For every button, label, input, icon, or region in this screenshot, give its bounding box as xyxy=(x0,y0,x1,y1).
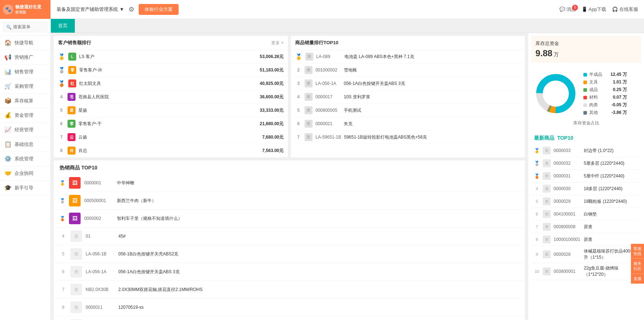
nav-icon-7: 📋 xyxy=(4,141,12,148)
product-rank-item: 5 图 000800005 手机测试 xyxy=(291,104,525,117)
inventory-footer: 库存资金占比 xyxy=(531,119,641,128)
rank-customer-name: 零售客户-于 xyxy=(78,121,257,127)
legend-value: 0.07 万 xyxy=(613,94,627,100)
float-btn-2[interactable]: 直播 xyxy=(631,274,644,284)
new-product-name: 原查 xyxy=(584,224,638,230)
topbar: 装备及固定资产辅助管理系统 ▼ ⚙ 体验行业方案 💬 消息 6 📱 App下载 … xyxy=(51,0,644,19)
customer-rank-item: 🥉 红 红太阳文具 40,925.00元 xyxy=(54,77,288,90)
rank-avatar: 零 xyxy=(68,66,76,74)
product-rank-item: 3 图 LA-056-1A 056-1A白色按键开关盖ABS 3克 xyxy=(291,77,525,90)
search-menu-button[interactable]: 🔍 搜索菜单 xyxy=(3,22,48,32)
nav-label-9: 企业协同 xyxy=(15,170,33,177)
rank-customer-name: 星扬 xyxy=(78,107,257,114)
new-product-item: 5 图 0000029 18颗粒板 (1220*2440) xyxy=(531,195,641,208)
new-product-item: 🥈 图 0000032 5厘多层 (1220*2440) xyxy=(531,157,641,170)
product-name: 056-1A白色按键开关盖ABS 3克 xyxy=(344,81,521,87)
nav-icon-1: 📢 xyxy=(4,54,12,61)
sidebar-item-4[interactable]: 📦库存核算 xyxy=(0,94,50,108)
hot-rank-number: 6 xyxy=(60,269,67,274)
sidebar-item-10[interactable]: 🎓新手引导 xyxy=(0,181,50,195)
hot-product-item: 8 图 0000011 12070519-xs xyxy=(54,299,525,316)
new-product-name: 18颗粒板 (1220*2440) xyxy=(584,198,638,205)
rank-customer-name: 苍南县人民医院 xyxy=(78,94,257,100)
hot-product-img: 🖼 xyxy=(69,213,81,224)
float-btn-1[interactable]: 服务 社区 xyxy=(631,259,644,274)
new-product-item: 🥉 图 0000031 5厘中纤 (1220*2440) xyxy=(531,170,641,182)
customer-ranking-header: 客户销售额排行 更多 > xyxy=(54,36,288,50)
product-img: 图 xyxy=(305,106,313,114)
new-product-name: 5厘多层 (1220*2440) xyxy=(584,160,638,167)
new-product-img: 图 xyxy=(543,250,551,258)
sidebar-item-6[interactable]: 📈经营管理 xyxy=(0,123,50,137)
sidebar-logo-text: 畅捷通好生意 标准版 xyxy=(15,4,41,15)
sidebar-item-8[interactable]: ⚙️系统管理 xyxy=(0,152,50,166)
inventory-amount-display: 9.88 万 xyxy=(535,48,637,58)
rank-customer-name: 红太阳文具 xyxy=(79,81,257,87)
product-ranking-title: 商品销量排行TOP10 xyxy=(295,40,338,46)
hot-product-name: 智利车子里（规格不知道填什么） xyxy=(117,216,519,222)
rank-number: 2 xyxy=(295,67,302,73)
rank-number: 5 xyxy=(295,108,302,113)
sidebar: 🐾 畅捷通好生意 标准版 🔍 搜索菜单 🏠快捷导航📢营销推广📊销售管理🛒采购管理… xyxy=(0,0,51,320)
donut-container: 半成品 12.45 万 文具 1.01 万 成品 0.25 万 材料 0.07 … xyxy=(531,69,641,119)
hot-product-code: LA-056-1A xyxy=(86,269,115,274)
new-product-name: 5厘中纤 (1220*2440) xyxy=(584,173,638,179)
new-product-code: 000800008 xyxy=(554,224,581,229)
hot-product-img: 图 xyxy=(70,248,82,260)
product-img: 图 xyxy=(305,93,313,101)
chevron-down-icon: ▼ xyxy=(119,7,124,12)
legend-value: -3.86 万 xyxy=(611,110,627,116)
hot-product-img: 图 xyxy=(70,266,82,278)
system-dropdown[interactable]: 装备及固定资产辅助管理系统 ▼ xyxy=(57,6,124,13)
app-download-link[interactable]: 📱 App下载 xyxy=(582,6,606,13)
hot-rank-medal: 🥉 xyxy=(60,216,65,221)
customer-rank-item: 4 苍 苍南县人民医院 36,600.00元 xyxy=(54,90,288,104)
inventory-title: 库存总资金 xyxy=(535,40,637,47)
message-icon: 💬 xyxy=(559,7,565,12)
hot-product-item: 9 图 KK-SD22110H 花语萌懂温分罐罐袋（厚款） xyxy=(54,316,525,320)
nav-icon-5: 💰 xyxy=(4,112,12,119)
tab-home[interactable]: 首页 xyxy=(51,19,75,33)
hot-product-img: 图 xyxy=(70,301,82,313)
sidebar-item-2[interactable]: 📊销售管理 xyxy=(0,65,50,79)
inventory-amount: 9.88 xyxy=(535,48,553,58)
product-ranking-card: 商品销量排行TOP10 🥇 图 LA-089 电池盖 LA-089 ABS本色+… xyxy=(291,36,525,157)
product-img: 图 xyxy=(305,133,313,141)
rank-avatar: 肖 xyxy=(68,147,76,155)
float-btn-0[interactable]: 客服 热线 xyxy=(631,244,644,259)
rank-number: 4 xyxy=(58,94,65,99)
sidebar-item-9[interactable]: 🤝企业协同 xyxy=(0,166,50,181)
donut-section: 半成品 12.45 万 文具 1.01 万 成品 0.25 万 材料 0.07 … xyxy=(528,66,644,131)
nav-label-3: 采购管理 xyxy=(15,83,33,90)
customer-rank-item: 5 星 星扬 33,333.00元 xyxy=(54,104,288,117)
sidebar-item-1[interactable]: 📢营销推广 xyxy=(0,50,50,65)
new-product-img: 图 xyxy=(543,267,551,275)
legend-label: 肉类 xyxy=(589,102,609,108)
inventory-summary: 库存总资金 9.88 万 xyxy=(531,36,641,63)
settings-icon[interactable]: ⚙ xyxy=(129,5,134,13)
hot-product-img: 🖼 xyxy=(69,195,81,206)
legend-label: 文具 xyxy=(589,79,611,85)
nav-icon-9: 🤝 xyxy=(4,170,12,177)
new-product-img: 图 xyxy=(543,172,551,180)
customer-rank-item: 🥇 L LS 客户 53,006.26元 xyxy=(54,50,288,63)
hot-rank-number: 4 xyxy=(60,234,67,239)
product-name: 手机测试 xyxy=(344,107,521,114)
nav-label-6: 经营管理 xyxy=(15,127,33,133)
rank-number: 3 xyxy=(295,81,302,86)
new-product-item: 7 图 000800008 原查 xyxy=(531,221,641,233)
sidebar-item-0[interactable]: 🏠快捷导航 xyxy=(0,36,50,50)
sidebar-item-5[interactable]: 💰资金管理 xyxy=(0,108,50,123)
legend-value: -0.05 万 xyxy=(611,102,627,108)
nav-icon-2: 📊 xyxy=(4,68,12,75)
rank-customer-name: LS 客户 xyxy=(79,54,257,60)
hot-product-code: 0000011 xyxy=(86,305,115,310)
message-badge[interactable]: 💬 消息 6 xyxy=(559,6,576,13)
sidebar-item-3[interactable]: 🛒采购管理 xyxy=(0,79,50,94)
online-service-link[interactable]: 🎧 在线客服 xyxy=(612,6,638,13)
customer-ranking-more[interactable]: 更多 > xyxy=(271,40,284,46)
new-product-item: 4 图 0000030 18多层 (1220*2440) xyxy=(531,182,641,195)
trial-plan-button[interactable]: 体验行业方案 xyxy=(139,4,179,15)
sidebar-item-7[interactable]: 📋基础信息 xyxy=(0,137,50,152)
headset-icon: 🎧 xyxy=(612,7,618,12)
